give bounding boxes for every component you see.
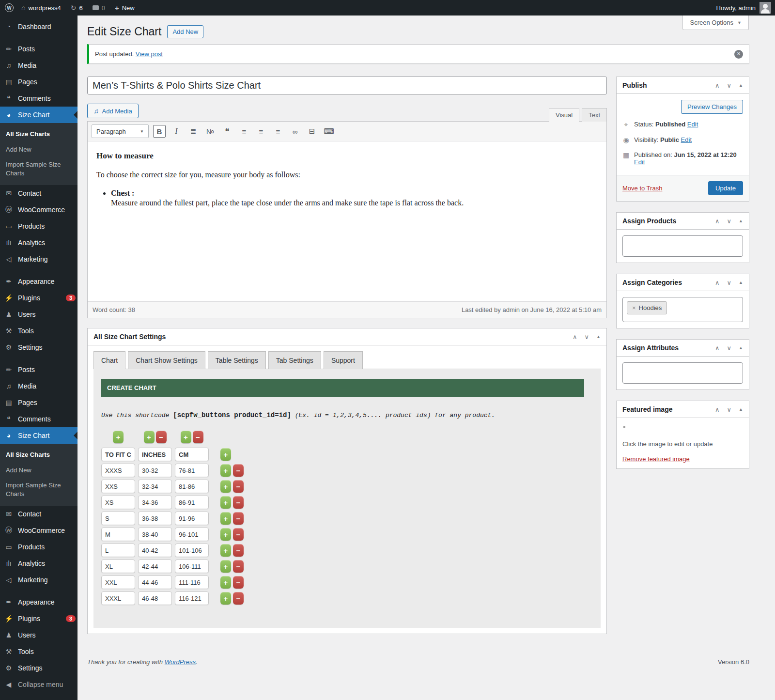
toggle-panel-icon[interactable]: ▲ xyxy=(739,345,743,350)
size-cell-input[interactable]: XXXL xyxy=(101,591,135,605)
move-to-trash-link[interactable]: Move to Trash xyxy=(622,185,662,192)
sidebar-item-products[interactable]: ▭Products xyxy=(0,218,78,234)
screen-options-button[interactable]: Screen Options ▼ xyxy=(682,16,749,30)
sidebar-item-users[interactable]: ♟Users xyxy=(0,627,78,643)
toggle-panel-icon[interactable]: ▲ xyxy=(739,407,743,412)
move-down-icon[interactable]: ∨ xyxy=(727,279,732,286)
move-up-icon[interactable]: ∧ xyxy=(715,344,720,352)
preview-changes-button[interactable]: Preview Changes xyxy=(681,100,743,114)
size-cell-input[interactable]: 32-34 xyxy=(138,480,172,493)
sidebar-item-comments[interactable]: ❝Comments xyxy=(0,411,78,427)
sidebar-item-collapse-menu[interactable]: ◀Collapse menu xyxy=(0,676,78,693)
update-button[interactable]: Update xyxy=(708,181,743,195)
sidebar-subitem-add-new[interactable]: Add New xyxy=(0,142,78,157)
size-cell-input[interactable]: 46-48 xyxy=(138,591,172,605)
assign-products-input[interactable] xyxy=(622,235,743,257)
assign-products-header[interactable]: Assign Products ∧ ∨ ▲ xyxy=(617,213,749,230)
move-up-icon[interactable]: ∧ xyxy=(715,406,720,413)
remove-row-button[interactable]: − xyxy=(233,480,244,493)
sidebar-subitem-add-new[interactable]: Add New xyxy=(0,463,78,478)
bulleted-list-icon[interactable]: ≣ xyxy=(187,125,200,138)
remove-column-button[interactable]: − xyxy=(156,431,167,443)
remove-row-button[interactable]: − xyxy=(233,560,244,573)
sidebar-item-plugins[interactable]: ⚡Plugins3 xyxy=(0,290,78,306)
size-cell-input[interactable]: 91-96 xyxy=(175,512,209,525)
settings-tab-chart-show-settings[interactable]: Chart Show Settings xyxy=(128,351,205,369)
move-up-icon[interactable]: ∧ xyxy=(573,333,577,341)
size-cell-input[interactable]: 106-111 xyxy=(175,560,209,573)
add-media-button[interactable]: ♫ Add Media xyxy=(87,104,139,118)
edit-visibility-link[interactable]: Edit xyxy=(681,136,692,143)
sidebar-item-pages[interactable]: ▤Pages xyxy=(0,394,78,411)
remove-row-button[interactable]: − xyxy=(233,528,244,541)
size-cell-input[interactable]: 42-44 xyxy=(138,560,172,573)
move-down-icon[interactable]: ∨ xyxy=(585,333,589,341)
move-down-icon[interactable]: ∨ xyxy=(727,406,732,413)
add-new-button[interactable]: Add New xyxy=(167,25,203,38)
sidebar-item-plugins[interactable]: ⚡Plugins3 xyxy=(0,610,78,627)
move-up-icon[interactable]: ∧ xyxy=(715,279,720,286)
column-header-input[interactable]: CM xyxy=(175,448,209,461)
read-more-icon[interactable]: ⊟ xyxy=(306,125,318,138)
sidebar-item-woocommerce[interactable]: ⓌWooCommerce xyxy=(0,522,78,539)
site-name-menu[interactable]: ⌂ wordpress4 xyxy=(16,0,66,16)
add-row-button[interactable]: + xyxy=(220,480,231,493)
tab-visual[interactable]: Visual xyxy=(549,108,579,122)
sidebar-subitem-import-sample-size-charts[interactable]: Import Sample Size Charts xyxy=(0,157,78,181)
sidebar-item-comments[interactable]: ❝Comments xyxy=(0,90,78,107)
sidebar-item-marketing[interactable]: ◁Marketing xyxy=(0,572,78,588)
size-cell-input[interactable]: M xyxy=(101,528,135,541)
wordpress-link[interactable]: WordPress xyxy=(165,658,196,666)
italic-icon[interactable]: I xyxy=(170,125,183,138)
settings-box-header[interactable]: All Size Chart Settings ∧ ∨ ▲ xyxy=(88,328,606,345)
assign-attributes-input[interactable] xyxy=(622,362,743,384)
wordpress-logo-icon[interactable]: W xyxy=(5,3,14,12)
settings-tab-chart[interactable]: Chart xyxy=(93,351,125,369)
settings-tab-table-settings[interactable]: Table Settings xyxy=(208,351,266,369)
account-menu[interactable]: Howdy, admin xyxy=(716,2,775,14)
sidebar-item-marketing[interactable]: ◁Marketing xyxy=(0,251,78,267)
remove-row-button[interactable]: − xyxy=(233,592,244,605)
size-cell-input[interactable]: 81-86 xyxy=(175,480,209,493)
numbered-list-icon[interactable]: № xyxy=(204,125,217,138)
align-left-icon[interactable]: ≡ xyxy=(238,125,250,138)
column-header-input[interactable]: INCHES xyxy=(138,448,172,461)
size-cell-input[interactable]: XXXS xyxy=(101,464,135,477)
sidebar-item-size-chart[interactable]: ◕Size Chart xyxy=(0,427,78,444)
add-column-button[interactable]: + xyxy=(181,431,191,443)
sidebar-item-media[interactable]: ♫Media xyxy=(0,378,78,394)
sidebar-item-posts[interactable]: ✏Posts xyxy=(0,41,78,57)
remove-row-button[interactable]: − xyxy=(233,464,244,477)
add-row-button[interactable]: + xyxy=(220,464,231,477)
updates-menu[interactable]: ↻ 6 xyxy=(66,0,88,16)
sidebar-subitem-all-size-charts[interactable]: All Size Charts xyxy=(0,126,78,142)
add-column-button[interactable]: + xyxy=(144,431,155,443)
sidebar-item-users[interactable]: ♟Users xyxy=(0,306,78,323)
size-cell-input[interactable]: 86-91 xyxy=(175,496,209,509)
sidebar-item-products[interactable]: ▭Products xyxy=(0,539,78,555)
toggle-panel-icon[interactable]: ▲ xyxy=(739,83,743,88)
remove-row-button[interactable]: − xyxy=(233,544,244,557)
add-row-button[interactable]: + xyxy=(220,544,231,557)
add-column-button[interactable]: + xyxy=(113,431,124,443)
new-content-menu[interactable]: + New xyxy=(110,0,140,16)
size-cell-input[interactable]: S xyxy=(101,512,135,525)
remove-row-button[interactable]: − xyxy=(233,496,244,509)
sidebar-item-settings[interactable]: ⚙Settings xyxy=(0,339,78,356)
add-row-button[interactable]: + xyxy=(220,496,231,509)
edit-published-on-link[interactable]: Edit xyxy=(634,158,645,166)
remove-column-button[interactable]: − xyxy=(193,431,203,443)
add-row-button[interactable]: + xyxy=(220,528,231,541)
size-cell-input[interactable]: 34-36 xyxy=(138,496,172,509)
remove-featured-image-link[interactable]: Remove featured image xyxy=(622,455,690,463)
sidebar-subitem-all-size-charts[interactable]: All Size Charts xyxy=(0,447,78,463)
sidebar-item-appearance[interactable]: ✒Appearance xyxy=(0,594,78,610)
size-cell-input[interactable]: L xyxy=(101,544,135,557)
assign-categories-input[interactable]: × Hoodies xyxy=(622,297,743,322)
toggle-panel-icon[interactable]: ▲ xyxy=(596,334,601,339)
sidebar-item-woocommerce[interactable]: ⓌWooCommerce xyxy=(0,202,78,218)
column-header-input[interactable]: TO FIT C xyxy=(101,448,135,461)
dismiss-notice-button[interactable]: × xyxy=(734,50,743,59)
move-down-icon[interactable]: ∨ xyxy=(727,344,732,352)
sidebar-item-analytics[interactable]: ılıAnalytics xyxy=(0,555,78,572)
